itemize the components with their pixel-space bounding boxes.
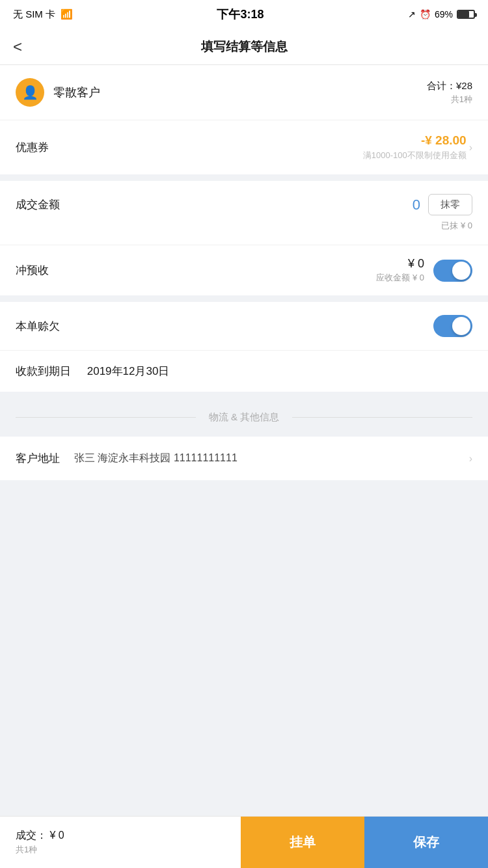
status-right: ↗ ⏰ 69% (408, 9, 475, 20)
deal-amount-label: 成交金额 (16, 197, 60, 212)
address-label: 客户地址 (16, 451, 68, 466)
due-date-value: 2019年12月30日 (87, 365, 170, 377)
total-label: 合计：¥28 (427, 80, 472, 92)
wifi-icon: 📶 (61, 8, 73, 20)
deal-amount-value: 0 (413, 197, 420, 213)
debt-label: 本单赊欠 (16, 319, 60, 334)
alarm-icon: ⏰ (420, 9, 431, 20)
due-date-row: 收款到期日 2019年12月30日 (0, 350, 488, 392)
customer-row: 👤 零散客户 合计：¥28 共1种 (0, 65, 488, 120)
no-sim-label: 无 SIM 卡 (13, 8, 55, 21)
coupon-right: -¥ 28.00 满1000-100不限制使用金额 › (363, 133, 472, 161)
address-row[interactable]: 客户地址 张三 海淀永丰科技园 11111111111 › (0, 437, 488, 480)
customer-name: 零散客户 (53, 85, 100, 100)
total-count: 共1种 (427, 94, 472, 105)
coupon-info: -¥ 28.00 满1000-100不限制使用金额 (363, 133, 467, 161)
prepay-row: 冲预收 ¥ 0 应收金额 ¥ 0 (0, 245, 488, 295)
due-date-label: 收款到期日 (16, 365, 71, 377)
status-time: 下午3:18 (217, 7, 264, 22)
coupon-description: 满1000-100不限制使用金额 (363, 150, 467, 161)
save-button[interactable]: 保存 (364, 817, 488, 869)
location-icon: ↗ (408, 9, 416, 20)
chevron-right-icon: › (469, 142, 472, 154)
prepay-value: ¥ 0 (376, 257, 424, 271)
empty-space (0, 480, 488, 610)
deal-amount-top: 成交金额 0 抹零 (16, 194, 472, 215)
coupon-discount: -¥ 28.00 (363, 133, 467, 148)
customer-total: 合计：¥28 共1种 (427, 80, 472, 105)
prepay-sub: 应收金额 ¥ 0 (376, 272, 424, 284)
bottom-summary: 成交： ¥ 0 共1种 (0, 829, 241, 856)
prepay-toggle[interactable] (433, 260, 472, 282)
logistics-label: 物流 & 其他信息 (196, 411, 292, 424)
divider-left (16, 417, 196, 418)
address-value: 张三 海淀永丰科技园 11111111111 (74, 452, 467, 465)
debt-toggle[interactable] (433, 315, 472, 337)
avatar: 👤 (16, 78, 44, 107)
coupon-label: 优惠券 (16, 140, 49, 155)
page-title: 填写结算等信息 (201, 38, 288, 55)
bottom-bar: 成交： ¥ 0 共1种 挂单 保存 (0, 816, 488, 868)
bottom-deal-label: 成交： ¥ 0 (16, 829, 225, 843)
avatar-icon: 👤 (22, 85, 38, 100)
battery-percent: 69% (435, 9, 453, 20)
debt-row: 本单赊欠 (0, 302, 488, 350)
customer-left: 👤 零散客户 (16, 78, 100, 107)
status-left: 无 SIM 卡 📶 (13, 8, 73, 21)
coupon-row[interactable]: 优惠券 -¥ 28.00 满1000-100不限制使用金额 › (0, 120, 488, 174)
debt-section: 本单赊欠 收款到期日 2019年12月30日 (0, 302, 488, 392)
prepay-right: ¥ 0 应收金额 ¥ 0 (376, 257, 472, 284)
status-bar: 无 SIM 卡 📶 下午3:18 ↗ ⏰ 69% (0, 0, 488, 29)
logistics-section: 物流 & 其他信息 (0, 398, 488, 437)
deal-amount-row: 成交金额 0 抹零 已抹 ¥ 0 (0, 181, 488, 245)
round-zero-button[interactable]: 抹零 (428, 194, 472, 215)
deal-sub-text: 已抹 ¥ 0 (16, 219, 472, 232)
divider-right (292, 417, 472, 418)
deal-section: 成交金额 0 抹零 已抹 ¥ 0 冲预收 ¥ 0 应收金额 ¥ 0 (0, 181, 488, 295)
hang-button[interactable]: 挂单 (241, 817, 364, 869)
deal-amount-right: 0 抹零 (413, 194, 472, 215)
prepay-label: 冲预收 (16, 263, 49, 278)
nav-bar: < 填写结算等信息 (0, 29, 488, 65)
address-chevron-icon: › (469, 453, 472, 465)
back-button[interactable]: < (13, 38, 22, 56)
prepay-amount: ¥ 0 应收金额 ¥ 0 (376, 257, 424, 284)
battery-icon (457, 10, 475, 19)
bottom-count: 共1种 (16, 844, 225, 856)
bottom-deal-value: ¥ 0 (49, 830, 64, 841)
customer-section: 👤 零散客户 合计：¥28 共1种 优惠券 -¥ 28.00 满1000-100… (0, 65, 488, 174)
